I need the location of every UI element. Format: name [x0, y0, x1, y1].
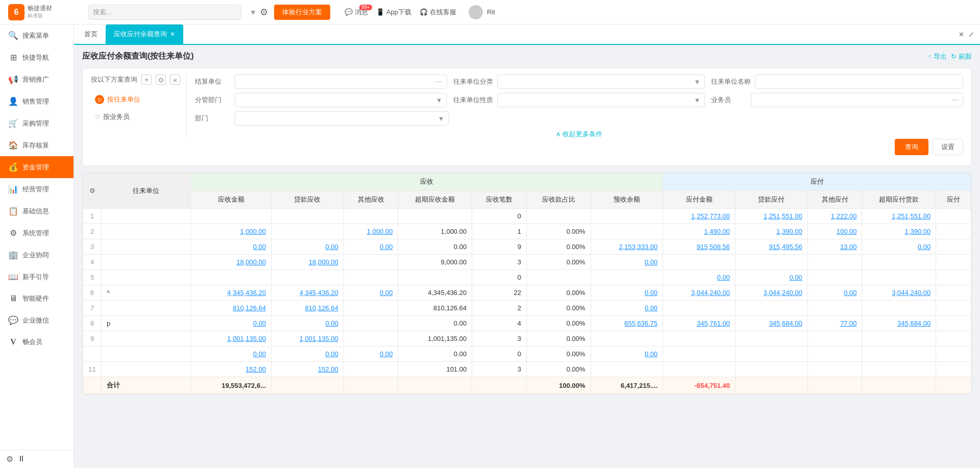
page-title: 应收应付余额查询(按往来单位) — [82, 51, 194, 62]
sidebar-item-smart-hw[interactable]: 🖥 智能硬件 — [0, 288, 74, 309]
main-layout: 🔍 搜索菜单 ⊞ 快捷导航 📢 营销推广 👤 销售管理 🛒 采购管理 🏠 库存核… — [0, 24, 980, 468]
sidebar-settings-icon[interactable]: ⚙ — [6, 454, 13, 464]
sidebar-item-label: 资金管理 — [22, 163, 49, 172]
filter-settings-button[interactable]: ⊙ — [156, 75, 166, 85]
sidebar-item-guide[interactable]: 📖 新手引导 — [0, 266, 74, 288]
table-container: ⚙ 往来单位 应收 应付 应收金额 贷款应收 其他应收 超期应收金额 应收笔数 — [82, 172, 972, 395]
header-actions: ↑ 导出 ↻ 刷新 — [928, 52, 972, 61]
settlement-unit-label: 结算单位 — [195, 77, 231, 86]
purchase-icon: 🛒 — [8, 118, 18, 128]
footer-label: 合计 — [102, 377, 191, 394]
ar-overdue-header: 超期应收金额 — [398, 191, 472, 209]
top-search-bar[interactable]: 搜索... — [88, 5, 241, 20]
filter-add-button[interactable]: + — [141, 75, 152, 85]
salesperson-input[interactable]: ··· — [751, 93, 963, 107]
filter-field-partner-category: 往来单位分类 ▼ — [453, 75, 705, 89]
footer-ar-prepaid[interactable]: 6,417,215.... — [591, 377, 663, 394]
refresh-button[interactable]: ↻ 刷新 — [951, 52, 972, 61]
footer-ar-count — [472, 377, 527, 394]
sidebar-item-purchase[interactable]: 🛒 采购管理 — [0, 112, 74, 134]
tab-home[interactable]: 首页 — [76, 24, 106, 45]
messages-badge: 99+ — [359, 5, 372, 10]
table-column-header: 应收金额 贷款应收 其他应收 超期应收金额 应收笔数 应收款占比 预收余额 应付… — [83, 191, 971, 209]
app-logo-icon: 6 — [8, 4, 24, 20]
partner-option-label: 按往来单位 — [107, 95, 140, 104]
tab-maximize-icon[interactable]: ⤢ — [968, 31, 974, 38]
tab-bar-actions: ✕ ⤢ — [954, 31, 978, 38]
user-menu[interactable]: Rit — [464, 5, 495, 19]
messages-button[interactable]: 💬 消息 99+ — [345, 8, 368, 17]
sidebar-item-operations[interactable]: 📊 经营管理 — [0, 178, 74, 200]
trial-button[interactable]: 体验行业方案 — [274, 5, 330, 20]
filter-option-by-partner[interactable]: ⊙ 按往来单位 — [91, 93, 180, 106]
ap-amount-header: 应付金额 — [663, 191, 736, 209]
partner-name-input[interactable] — [755, 75, 963, 89]
table-row: 6^4,345,436.204,345,436.200.004,345,436.… — [83, 285, 971, 301]
sidebar-item-label: 新手引导 — [22, 273, 49, 282]
footer-ar-loan — [272, 377, 344, 394]
sidebar-item-member[interactable]: V 畅会员 — [0, 331, 74, 353]
filter-option-by-salesperson[interactable]: ⊙ 按业务员 — [91, 110, 180, 124]
table-settings-icon[interactable]: ⚙ — [89, 187, 95, 194]
export-button[interactable]: ↑ 导出 — [928, 52, 947, 61]
filter-field-salesperson: 业务员 ··· — [711, 93, 963, 107]
sidebar-item-label: 企业微信 — [22, 316, 49, 325]
sidebar-item-label: 基础信息 — [22, 207, 49, 216]
settings-button[interactable]: 设置 — [933, 139, 963, 155]
tab-close-window-icon[interactable]: ✕ — [959, 31, 964, 38]
filter-collapse-button[interactable]: ∧ 收起更多条件 — [195, 130, 963, 139]
sidebar-item-finance[interactable]: 💰 资金管理 — [0, 156, 74, 178]
sidebar-item-wechat[interactable]: 💬 企业微信 — [0, 309, 74, 331]
filter-row-1: 结算单位 ··· 往来单位分类 ▼ — [195, 75, 963, 89]
footer-ap-other — [807, 377, 862, 394]
sidebar-item-sys-mgmt[interactable]: ⚙ 系统管理 — [0, 222, 74, 244]
partner-category-input[interactable]: ▼ — [497, 75, 705, 89]
ar-other-header: 其他应收 — [344, 191, 398, 209]
quick-nav-icon: ⊞ — [8, 53, 18, 62]
search-dropdown-icon[interactable]: ▼ — [250, 8, 257, 16]
sidebar-item-label: 营销推广 — [22, 75, 49, 84]
sidebar-item-inventory[interactable]: 🏠 库存核算 — [0, 134, 74, 156]
footer-ar-amount[interactable]: 19,553,472,6... — [191, 377, 272, 394]
sidebar-item-label: 系统管理 — [22, 229, 49, 238]
avatar — [469, 5, 483, 19]
partner-name-label: 往来单位名称 — [711, 77, 751, 86]
download-icon: 📱 — [376, 8, 384, 16]
service-icon: 🎧 — [420, 8, 428, 16]
sidebar-item-search-menu[interactable]: 🔍 搜索菜单 — [0, 24, 74, 46]
table-body: 101,252,773.001,251,551.001,222.001,251,… — [83, 209, 971, 377]
app-download-button[interactable]: 📱 App下载 — [376, 8, 411, 17]
wechat-icon: 💬 — [8, 315, 18, 325]
sidebar-item-sales[interactable]: 👤 销售管理 — [0, 90, 74, 112]
inventory-icon: 🏠 — [8, 140, 18, 150]
sidebar-item-marketing[interactable]: 📢 营销推广 — [0, 68, 74, 90]
footer-no — [83, 377, 102, 394]
sidebar-item-quick-nav[interactable]: ⊞ 快捷导航 — [0, 46, 74, 68]
settlement-unit-input[interactable]: ··· — [235, 75, 447, 89]
collapse-label: 收起更多条件 — [562, 130, 602, 138]
action-row: 查询 设置 — [91, 139, 963, 155]
online-service-button[interactable]: 🎧 在线客服 — [420, 8, 456, 17]
table-row: 101,252,773.001,251,551.001,222.001,251,… — [83, 209, 971, 224]
search-menu-icon: 🔍 — [8, 31, 18, 40]
gear-header: ⚙ — [83, 173, 102, 209]
sidebar-collapse-icon[interactable]: ⏸ — [17, 454, 26, 464]
ar-amount-header: 应收金额 — [191, 191, 272, 209]
table-row: 500.000.00 — [83, 270, 971, 285]
sidebar-item-label: 智能硬件 — [22, 294, 49, 303]
sidebar-item-base-info[interactable]: 📋 基础信息 — [0, 200, 74, 222]
dept-mgr-input[interactable]: ▼ — [235, 93, 447, 107]
tab-close-icon[interactable]: ✕ — [170, 31, 175, 38]
ap-loan-header: 贷款应付 — [736, 191, 808, 209]
sidebar-item-enterprise[interactable]: 🏢 企业协同 — [0, 244, 74, 266]
refresh-icon: ↻ — [951, 53, 957, 60]
ap-overdue-header: 超期应付货款 — [862, 191, 936, 209]
partner-nature-input[interactable]: ▼ — [497, 93, 705, 107]
tab-ar-ap[interactable]: 应收应付余额查询 ✕ — [106, 24, 183, 45]
query-button[interactable]: 查询 — [895, 139, 928, 155]
table-row: 7810,126.64810,126.64810,126.6420.00%0.0… — [83, 301, 971, 316]
sales-icon: 👤 — [8, 96, 18, 106]
settings-icon[interactable]: ⚙ — [260, 7, 268, 18]
dept-input[interactable]: ▼ — [235, 111, 449, 126]
filter-collapse-left-button[interactable]: « — [170, 75, 180, 85]
